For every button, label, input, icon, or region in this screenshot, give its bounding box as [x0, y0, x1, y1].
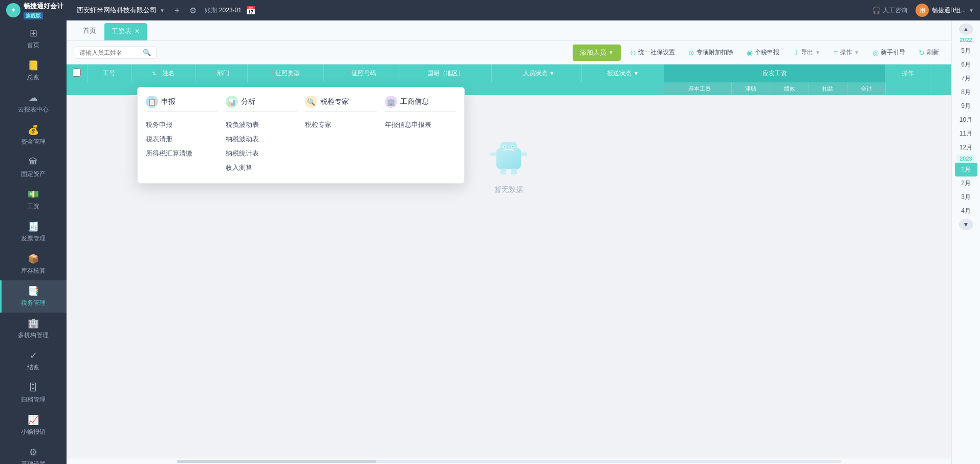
user-name: 畅捷通B组...	[932, 6, 966, 15]
cal-year-2023: 2023	[956, 154, 975, 163]
personal-tax-button[interactable]: ◉ 个税申报	[743, 46, 783, 59]
sidebar-label-cloud: 云报表中心	[18, 105, 49, 114]
inventory-icon: 📦	[28, 253, 39, 264]
menu-item-income-tax-settlement[interactable]: 所得税汇算清缴	[146, 146, 217, 161]
cal-month-11[interactable]: 11月	[955, 127, 977, 141]
sidebar-label-home: 首页	[27, 41, 39, 50]
th-report-status: 报送状态 ▼	[582, 64, 664, 82]
menu-item-tax-burden[interactable]: 税负波动表	[226, 118, 297, 132]
cal-month-4[interactable]: 4月	[955, 204, 977, 218]
svg-rect-6	[490, 152, 497, 156]
app-version: 旗舰版	[24, 12, 43, 19]
calendar-icon[interactable]: 📅	[246, 6, 256, 15]
fenxi-icon: 📊	[226, 96, 238, 108]
cal-month-10[interactable]: 10月	[955, 113, 977, 127]
menu-item-tax-payment-fluctuation[interactable]: 纳税波动表	[226, 132, 297, 146]
close-accounts-icon: ✓	[28, 350, 39, 361]
tab-payroll[interactable]: 工资表 ✕	[104, 23, 147, 40]
sidebar-item-invoice[interactable]: 🧾 发票管理	[0, 216, 67, 248]
export-button[interactable]: ⇩ 导出 ▼	[789, 46, 824, 59]
menu-item-annual-report[interactable]: 年报信息申报表	[385, 118, 456, 132]
filter-icon-report[interactable]: ▼	[634, 70, 639, 76]
sidebar-item-cloud[interactable]: ☁ 云报表中心	[0, 87, 67, 119]
th-nationality: 国籍（地区）	[400, 64, 492, 82]
sidebar-item-settings[interactable]: ⚙ 基础设置	[0, 441, 67, 464]
support-button[interactable]: 🎧 人工咨询	[872, 6, 907, 15]
sidebar-item-report[interactable]: 📈 小畅报销	[0, 409, 67, 441]
category-title-shuijian: 🔍 税检专家	[305, 96, 377, 112]
sidebar-label-assets: 固定资产	[21, 170, 46, 179]
svg-rect-8	[500, 168, 506, 174]
report-icon: 📈	[28, 414, 39, 426]
cal-month-7[interactable]: 7月	[955, 72, 977, 85]
add-company-button[interactable]: ＋	[171, 4, 183, 17]
select-all-checkbox[interactable]	[73, 69, 81, 77]
cal-month-9[interactable]: 9月	[955, 99, 977, 113]
guide-button[interactable]: ◎ 新手引导	[868, 46, 909, 59]
sidebar-item-archive[interactable]: 🗄 归档管理	[0, 377, 67, 409]
sidebar-item-payroll[interactable]: 💵 工资	[0, 184, 67, 216]
user-info[interactable]: 用 畅捷通B组... ▼	[916, 4, 974, 17]
operation-label: 操作	[840, 48, 852, 57]
operation-button[interactable]: ≡ 操作 ▼	[830, 46, 863, 59]
th-pension: 操作	[886, 64, 930, 82]
tab-home[interactable]: 首页	[75, 22, 104, 40]
search-icon: 🔍	[143, 49, 151, 56]
toolbar: 🔍 添加人员 ▼ ⊙ 统一社保设置 ⊕ 专项附加扣除 ◉ 个税申报	[67, 41, 951, 64]
shenbao-icon: 📋	[146, 96, 158, 108]
tax-dropdown-menu: 📋 申报 税务申报 税表清册 所得税汇算清缴 📊 分析 税负波动表 纳税波动表 …	[137, 87, 465, 184]
toolbar-right: 添加人员 ▼ ⊙ 统一社保设置 ⊕ 专项附加扣除 ◉ 个税申报 ⇩	[573, 45, 943, 61]
dropdown-category-fenxi: 📊 分析 税负波动表 纳税波动表 纳税统计表 收入测算	[226, 96, 297, 175]
search-input[interactable]	[79, 49, 141, 56]
req-star-idnum: *	[347, 70, 350, 77]
cal-month-6[interactable]: 6月	[955, 58, 977, 72]
ledger-icon: 📒	[28, 60, 39, 71]
sidebar-label-ledger: 总账	[27, 73, 39, 82]
settings-nav-icon: ⚙	[28, 447, 39, 458]
cal-month-2[interactable]: 2月	[955, 176, 977, 190]
company-selector[interactable]: 西安虾米网络科技有限公司 ▼	[77, 6, 165, 15]
headset-icon: 🎧	[872, 6, 881, 14]
scroll-thumb[interactable]	[177, 460, 376, 463]
menu-item-tax-stats[interactable]: 纳税统计表	[226, 146, 297, 161]
cal-month-1-active[interactable]: 1月	[955, 163, 977, 176]
cal-month-3[interactable]: 3月	[955, 190, 977, 204]
social-security-button[interactable]: ⊙ 统一社保设置	[626, 46, 679, 59]
support-label: 人工咨询	[883, 6, 907, 15]
menu-item-income-estimate[interactable]: 收入测算	[226, 161, 297, 175]
special-deduct-button[interactable]: ⊕ 专项附加扣除	[684, 46, 737, 59]
sidebar-item-inventory[interactable]: 📦 库存核算	[0, 248, 67, 280]
cal-month-5[interactable]: 5月	[955, 44, 977, 58]
cal-nav-down[interactable]: ▼	[959, 219, 973, 230]
th-id-type: * 证照类型	[248, 64, 324, 82]
menu-item-tax-schedule[interactable]: 税表清册	[146, 132, 217, 146]
cal-year-2022: 2022	[960, 36, 972, 44]
th-pension2	[886, 82, 930, 95]
refresh-button[interactable]: ↻ 刷新	[914, 46, 943, 59]
filter-icon-status[interactable]: ▼	[549, 70, 555, 76]
personal-tax-label: 个税申报	[755, 48, 779, 57]
sidebar-label-invoice: 发票管理	[21, 234, 46, 243]
add-person-label: 添加人员	[580, 48, 606, 57]
settings-button[interactable]: ⚙	[187, 5, 199, 16]
dropdown-category-gongshang: 🏢 工商信息 年报信息申报表	[385, 96, 456, 175]
menu-item-tax-expert[interactable]: 税检专家	[305, 118, 377, 132]
sidebar-item-assets[interactable]: 🏛 固定资产	[0, 151, 67, 184]
sidebar-item-fund[interactable]: 💰 资金管理	[0, 119, 67, 151]
export-label: 导出	[801, 48, 813, 57]
tab-close-icon[interactable]: ✕	[135, 28, 140, 35]
add-person-button[interactable]: 添加人员 ▼	[573, 45, 621, 61]
sidebar-item-tax[interactable]: 📑 税务管理	[0, 280, 67, 313]
cal-nav-up[interactable]: ▲	[959, 24, 973, 35]
payroll-icon: 💵	[28, 189, 39, 200]
th-action	[930, 64, 951, 82]
guide-toolbar-icon: ◎	[873, 49, 879, 57]
cal-month-8[interactable]: 8月	[955, 85, 977, 99]
sidebar-item-ledger[interactable]: 📒 总账	[0, 55, 67, 87]
sidebar-item-multi[interactable]: 🏢 多机构管理	[0, 313, 67, 345]
sidebar-item-close[interactable]: ✓ 结账	[0, 345, 67, 377]
cal-month-12[interactable]: 12月	[955, 141, 977, 154]
refresh-icon: ↻	[919, 49, 925, 57]
sidebar-item-home[interactable]: ⊞ 首页	[0, 23, 67, 55]
menu-item-tax-declaration[interactable]: 税务申报	[146, 118, 217, 132]
